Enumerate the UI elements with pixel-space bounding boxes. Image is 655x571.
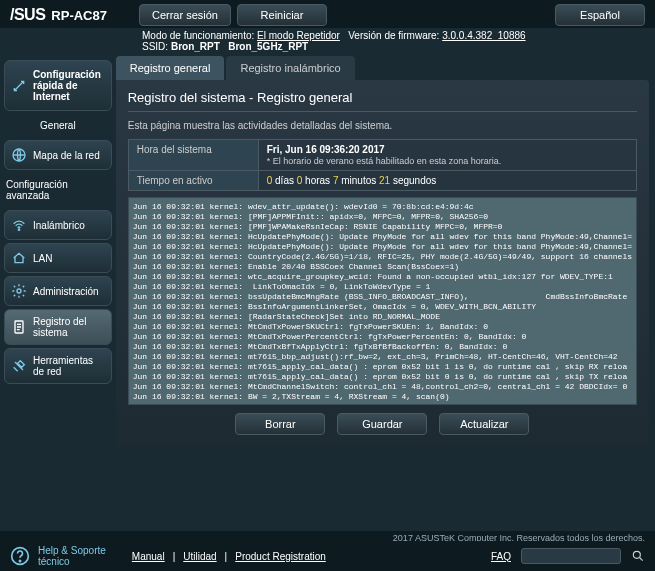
utility-link[interactable]: Utilidad xyxy=(183,551,216,562)
clear-button[interactable]: Borrar xyxy=(235,413,325,435)
status-meta: Modo de funcionamiento: El modo Repetido… xyxy=(0,28,655,56)
sidebar-section-advanced: Configuración avanzada xyxy=(4,173,112,207)
sidebar-label: Mapa de la red xyxy=(33,150,100,161)
faq-link[interactable]: FAQ xyxy=(491,551,511,562)
sidebar-nettools[interactable]: Herramientas de red xyxy=(4,348,112,384)
wand-icon xyxy=(11,78,27,94)
sidebar-syslog[interactable]: Registro del sistema xyxy=(4,309,112,345)
firmware-link[interactable]: 3.0.0.4.382_10886 xyxy=(442,30,525,41)
sidebar-netmap[interactable]: Mapa de la red xyxy=(4,140,112,170)
uptime-label: Tiempo en activo xyxy=(129,171,259,190)
brand-logo: /SUS xyxy=(10,6,45,24)
sidebar-label: Herramientas de red xyxy=(33,355,105,377)
uptime-value: 0 días 0 horas 7 minutos 21 segundos xyxy=(259,171,636,190)
wifi-icon xyxy=(11,217,27,233)
gear-icon xyxy=(11,283,27,299)
language-dropdown[interactable]: Español xyxy=(555,4,645,26)
save-button[interactable]: Guardar xyxy=(337,413,427,435)
ssid-5g: Bron_5GHz_RPT xyxy=(228,41,308,52)
svg-point-5 xyxy=(19,560,20,561)
search-icon[interactable] xyxy=(631,549,645,563)
sidebar-label: Registro del sistema xyxy=(33,316,105,338)
globe-icon xyxy=(11,147,27,163)
sidebar-label: Administración xyxy=(33,286,99,297)
systime-value: Fri, Jun 16 09:36:20 2017 xyxy=(267,144,385,155)
systime-note: * El horario de verano está habilitado e… xyxy=(267,156,502,166)
sidebar-wireless[interactable]: Inalámbrico xyxy=(4,210,112,240)
mode-link[interactable]: El modo Repetidor xyxy=(257,30,340,41)
tools-icon xyxy=(11,358,27,374)
mode-label: Modo de funcionamiento: xyxy=(142,30,254,41)
sidebar-section-general: General xyxy=(4,114,112,137)
home-icon xyxy=(11,250,27,266)
search-input[interactable] xyxy=(521,548,621,564)
refresh-button[interactable]: Actualizar xyxy=(439,413,529,435)
logout-button[interactable]: Cerrar sesión xyxy=(139,4,231,26)
firmware-label: Versión de firmware: xyxy=(348,30,439,41)
product-registration-link[interactable]: Product Registration xyxy=(235,551,326,562)
sidebar: Configuración rápida de Internet General… xyxy=(0,56,116,531)
panel-title: Registro del sistema - Registro general xyxy=(128,90,637,105)
document-icon xyxy=(11,319,27,335)
ssid-24g: Bron_RPT xyxy=(171,41,220,52)
tab-wireless-log[interactable]: Registro inalámbrico xyxy=(226,56,354,80)
log-textarea[interactable]: Jun 16 09:32:01 kernel: wdev_attr_update… xyxy=(128,197,637,405)
manual-link[interactable]: Manual xyxy=(132,551,165,562)
svg-point-1 xyxy=(18,229,19,230)
svg-point-6 xyxy=(633,551,640,558)
model-name: RP-AC87 xyxy=(51,8,107,23)
panel-description: Esta página muestra las actividades deta… xyxy=(128,120,637,131)
sidebar-quick-setup[interactable]: Configuración rápida de Internet xyxy=(4,60,112,111)
help-icon[interactable] xyxy=(10,546,30,566)
sidebar-label: Inalámbrico xyxy=(33,220,85,231)
help-label: Help & Soporte técnico xyxy=(38,545,106,567)
ssid-label: SSID: xyxy=(142,41,168,52)
sidebar-label: LAN xyxy=(33,253,52,264)
systime-label: Hora del sistema xyxy=(129,140,259,170)
sidebar-label: Configuración rápida de Internet xyxy=(33,69,105,102)
svg-point-2 xyxy=(17,289,21,293)
sidebar-lan[interactable]: LAN xyxy=(4,243,112,273)
reboot-button[interactable]: Reiniciar xyxy=(237,4,327,26)
sidebar-admin[interactable]: Administración xyxy=(4,276,112,306)
tab-general-log[interactable]: Registro general xyxy=(116,56,225,80)
